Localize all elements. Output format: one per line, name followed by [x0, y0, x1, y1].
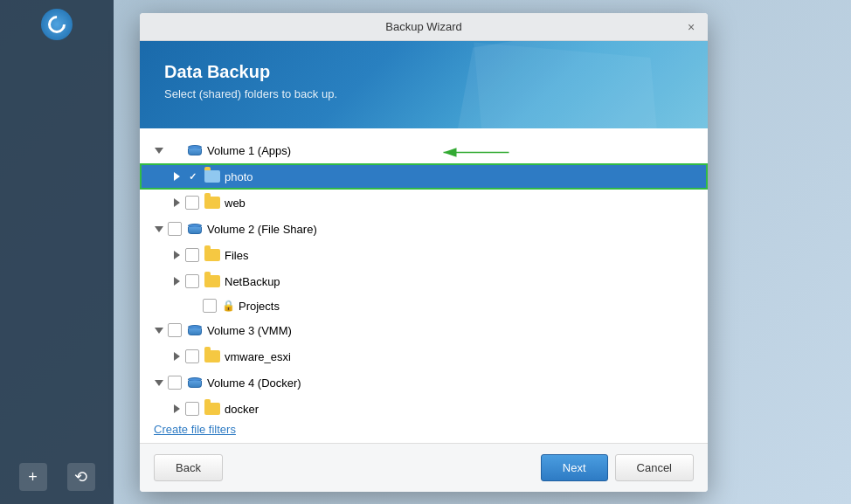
- checkbox-files[interactable]: [185, 248, 199, 262]
- tree-item-vmware[interactable]: vmware_esxi: [140, 343, 708, 369]
- expander-netbackup[interactable]: [168, 273, 185, 290]
- next-button[interactable]: Next: [541, 454, 608, 481]
- checkbox-vol4[interactable]: [168, 376, 182, 390]
- wizard-content: Volume 1 (Apps)photowebVolume 2 (File Sh…: [140, 128, 708, 443]
- db-icon-vol1: [187, 143, 203, 157]
- tree-item-projects[interactable]: 🔒Projects: [140, 294, 708, 317]
- tree-item-vol3[interactable]: Volume 3 (VMM): [140, 317, 708, 343]
- wizard-subtitle: Select (shared) folders to back up.: [164, 87, 683, 100]
- lock-icon-projects: 🔒: [222, 300, 235, 312]
- tree-item-vol4[interactable]: Volume 4 (Docker): [140, 369, 708, 396]
- db-icon-vol2: [187, 222, 203, 236]
- close-button[interactable]: ×: [685, 21, 697, 33]
- window-title: Backup Wizard: [163, 20, 685, 33]
- tree-label-docker: docker: [225, 403, 259, 416]
- desktop: + ⟲ Backup Wizard × Data Backup Select (…: [0, 0, 851, 504]
- checkbox-vol2[interactable]: [168, 222, 182, 236]
- tree-scroll-container: Volume 1 (Apps)photowebVolume 2 (File Sh…: [140, 128, 708, 416]
- create-file-filters-link[interactable]: Create file filters: [140, 416, 708, 443]
- checkbox-projects[interactable]: [203, 299, 217, 313]
- checkbox-docker[interactable]: [185, 402, 199, 416]
- checkbox-vmware[interactable]: [185, 349, 199, 363]
- cancel-button[interactable]: Cancel: [615, 454, 694, 481]
- folder-icon-docker: [204, 403, 220, 415]
- tree-label-photo: photo: [225, 170, 253, 183]
- tree-label-vol1: Volume 1 (Apps): [207, 144, 291, 157]
- synology-logo: [41, 9, 73, 40]
- taskbar: + ⟲: [0, 0, 114, 504]
- expander-vol4[interactable]: [150, 374, 168, 391]
- add-button[interactable]: +: [19, 463, 47, 491]
- tree-item-netbackup[interactable]: NetBackup: [140, 268, 708, 294]
- tree-label-vmware: vmware_esxi: [225, 350, 291, 363]
- expander-vol1[interactable]: [150, 142, 168, 159]
- tree-label-vol2: Volume 2 (File Share): [207, 223, 317, 236]
- tree-item-files[interactable]: Files: [140, 242, 708, 268]
- tree-label-web: web: [225, 197, 246, 210]
- db-icon-vol3: [187, 323, 203, 337]
- expander-vol2[interactable]: [150, 220, 168, 238]
- wizard-footer: Back Next Cancel: [140, 443, 708, 492]
- back-button[interactable]: Back: [154, 454, 223, 481]
- db-icon-vol4: [187, 376, 203, 390]
- history-button[interactable]: ⟲: [67, 463, 95, 491]
- tree-label-projects: Projects: [239, 300, 280, 313]
- checkbox-netbackup[interactable]: [185, 274, 199, 288]
- tree-label-netbackup: NetBackup: [225, 275, 280, 288]
- tree-label-vol3: Volume 3 (VMM): [207, 324, 292, 337]
- expander-photo[interactable]: [168, 168, 185, 185]
- tree-item-web[interactable]: web: [140, 190, 708, 216]
- folder-tree[interactable]: Volume 1 (Apps)photowebVolume 2 (File Sh…: [140, 128, 708, 416]
- backup-wizard-window: Backup Wizard × Data Backup Select (shar…: [140, 13, 708, 492]
- tree-label-vol4: Volume 4 (Docker): [207, 376, 301, 390]
- tree-item-vol2[interactable]: Volume 2 (File Share): [140, 216, 708, 242]
- folder-icon-photo: [204, 170, 220, 183]
- checkbox-vol3[interactable]: [168, 323, 182, 337]
- folder-icon-web: [204, 197, 220, 209]
- checkbox-photo[interactable]: [185, 169, 199, 183]
- wizard-header: Data Backup Select (shared) folders to b…: [140, 41, 708, 128]
- tree-item-photo[interactable]: photo: [140, 163, 708, 190]
- expander-web[interactable]: [168, 194, 185, 211]
- expander-files[interactable]: [168, 246, 185, 264]
- folder-icon-files: [204, 249, 220, 261]
- expander-vol3[interactable]: [150, 321, 168, 339]
- folder-icon-vmware: [204, 350, 220, 362]
- expander-vmware[interactable]: [168, 348, 185, 365]
- window-titlebar: Backup Wizard ×: [140, 13, 708, 41]
- tree-item-vol1[interactable]: Volume 1 (Apps): [140, 137, 708, 163]
- action-buttons: Next Cancel: [541, 454, 694, 481]
- tree-label-files: Files: [225, 249, 248, 262]
- checkbox-web[interactable]: [185, 196, 199, 210]
- folder-icon-netbackup: [204, 275, 220, 287]
- wizard-title: Data Backup: [164, 62, 683, 82]
- expander-docker[interactable]: [168, 400, 185, 416]
- tree-item-docker[interactable]: docker: [140, 396, 708, 416]
